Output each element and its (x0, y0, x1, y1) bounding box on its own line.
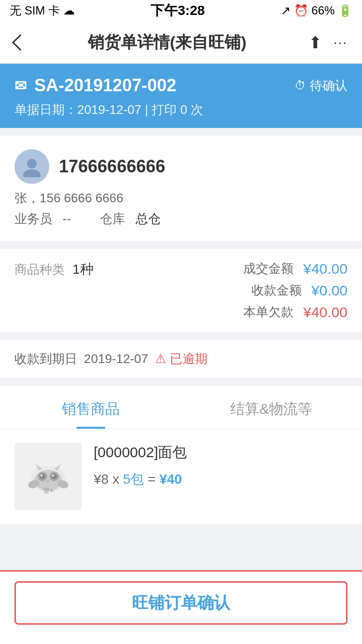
nav-right: ⬆ ··· (308, 33, 348, 52)
deal-amount-label: 成交金额 (243, 260, 293, 277)
tab-settlement[interactable]: 结算&物流等 (181, 386, 362, 429)
product-list: 管+ [0000002]面包 ¥8 x 5包 = ¥40 (0, 429, 362, 524)
multiply-sign: x (112, 472, 123, 487)
salesperson-label: 业务员 -- (14, 210, 71, 227)
customer-card: 17666666666 张，156 6666 6666 业务员 -- 仓库 总仓 (0, 136, 362, 241)
product-item: 管+ [0000002]面包 ¥8 x 5包 = ¥40 (0, 429, 362, 524)
price-total: ¥40 (159, 472, 182, 487)
status-left: 无 SIM 卡 ☁ (10, 3, 75, 18)
customer-name: 张，156 6666 6666 (14, 190, 348, 207)
nav-bar: 销货单详情(来自旺铺) ⬆ ··· (0, 21, 362, 64)
confirm-button[interactable]: 旺铺订单确认 (14, 581, 348, 625)
order-header: ✉ SA-20191207-002 ⏱ 待确认 单据日期：2019-12-07 … (0, 64, 362, 128)
nav-left (14, 37, 26, 48)
equals-sign: = (148, 472, 159, 487)
order-date: 单据日期：2019-12-07 | 打印 0 次 (14, 101, 348, 118)
svg-text:管+: 管+ (43, 487, 54, 494)
product-types: 商品种类 1种 (14, 260, 94, 279)
owed-amount-label: 本单欠款 (243, 304, 293, 321)
order-status: ⏱ 待确认 (294, 77, 348, 94)
product-price: ¥8 x 5包 = ¥40 (94, 470, 348, 489)
product-info: [0000002]面包 ¥8 x 5包 = ¥40 (94, 443, 348, 489)
order-id: ✉ SA-20191207-002 (14, 75, 176, 96)
svg-point-1 (23, 169, 41, 177)
receive-amount-label: 收款金额 (251, 282, 302, 299)
product-thumbnail: 管+ (14, 443, 82, 510)
avatar (14, 149, 49, 184)
warehouse-label: 仓库 总仓 (100, 210, 161, 227)
status-right: ↗ ⏰ 66% 🔋 (281, 4, 352, 17)
due-date-label: 收款到期日 (14, 350, 77, 367)
owed-amount-value: ¥40.00 (303, 304, 348, 321)
status-bar: 无 SIM 卡 ☁ 下午3:28 ↗ ⏰ 66% 🔋 (0, 0, 362, 21)
status-time: 下午3:28 (151, 1, 205, 20)
quantity: 5包 (123, 472, 144, 487)
due-date-card: 收款到期日 2019-12-07 ⚠ 已逾期 (0, 340, 362, 378)
clock-icon: ⏱ (294, 79, 306, 92)
receive-amount-value: ¥0.00 (311, 282, 348, 299)
svg-point-8 (51, 474, 57, 479)
envelope-icon: ✉ (14, 77, 27, 94)
customer-phone: 17666666666 (59, 156, 165, 177)
due-date-value: 2019-12-07 (84, 351, 148, 366)
price-base: ¥8 (94, 472, 109, 487)
sim-status: 无 SIM 卡 ☁ (10, 3, 75, 18)
tab-sales-products[interactable]: 销售商品 (0, 386, 181, 429)
share-icon[interactable]: ⬆ (308, 33, 322, 52)
more-icon[interactable]: ··· (334, 35, 348, 50)
product-name: [0000002]面包 (94, 443, 348, 462)
deal-amount-value: ¥40.00 (303, 261, 348, 277)
page-title: 销货单详情(来自旺铺) (88, 31, 247, 54)
svg-point-5 (40, 474, 45, 479)
amount-summary: 成交金额 ¥40.00 收款金额 ¥0.00 本单欠款 ¥40.00 (243, 260, 348, 321)
warning-icon: ⚠ (155, 351, 166, 366)
tabs: 销售商品 结算&物流等 (0, 386, 362, 429)
svg-point-6 (41, 475, 42, 476)
overdue-badge: ⚠ 已逾期 (155, 350, 208, 367)
bottom-button-wrap: 旺铺订单确认 (0, 570, 362, 644)
summary-card: 商品种类 1种 成交金额 ¥40.00 收款金额 ¥0.00 本单欠款 ¥40.… (0, 249, 362, 332)
svg-point-0 (27, 159, 37, 168)
customer-meta: 业务员 -- 仓库 总仓 (14, 210, 348, 227)
svg-point-9 (52, 475, 54, 476)
back-button[interactable] (12, 34, 28, 51)
overdue-label: 已逾期 (170, 350, 208, 367)
battery-icon: ↗ ⏰ 66% 🔋 (281, 4, 352, 17)
